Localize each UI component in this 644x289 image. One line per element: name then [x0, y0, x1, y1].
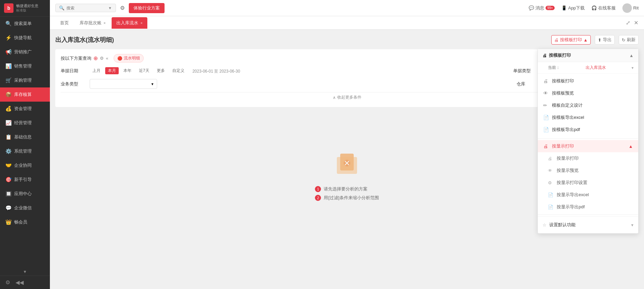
filter-add-icon[interactable]: ⊕ — [93, 55, 98, 61]
set-default-item[interactable]: ☆ 设置默认功能 ▾ — [543, 219, 634, 231]
display-pdf-item[interactable]: 📄 按显示导出pdf — [538, 201, 638, 213]
dropdown-divider-2 — [538, 214, 638, 215]
filter-tag-detail[interactable]: 🔴 流水明细 — [114, 54, 144, 62]
sidebar-item-apps[interactable]: 🔲 应用中心 — [0, 187, 50, 201]
sidebar-collapse-icon[interactable]: ◀◀ — [16, 279, 24, 286]
print-dropdown-panel: 🖨 按模板打印 ▲ 当前： 出入库流水 ▾ 🖨 按模板打印 — [537, 49, 639, 234]
sidebar-item-purchase[interactable]: 🛒 采购管理 — [0, 73, 50, 87]
date-custom[interactable]: 自定义 — [170, 67, 187, 74]
phone-icon: 📱 — [561, 5, 567, 10]
sidebar-item-sales[interactable]: 📊 销售管理 — [0, 59, 50, 73]
date-last7[interactable]: 近7天 — [136, 67, 152, 74]
warehouse-label: 仓库 — [517, 81, 533, 87]
refresh-button[interactable]: ↻ 刷新 — [619, 35, 639, 45]
display-print-settings-item[interactable]: ⚙ 按显示打印设置 — [538, 177, 638, 189]
edit-icon: ✏ — [543, 103, 549, 108]
tab-flow-close[interactable]: × — [140, 21, 142, 25]
pdf-icon: 📄 — [543, 127, 549, 132]
excel-icon: 📄 — [543, 115, 549, 120]
display-excel-item[interactable]: 📄 按显示导出excel — [538, 189, 638, 201]
display-pdf-icon: 📄 — [548, 205, 553, 210]
template-excel-item[interactable]: 📄 按模板导出excel — [538, 111, 638, 124]
window-restore-button[interactable]: ⤢ — [625, 20, 631, 26]
template-pdf-item[interactable]: 📄 按模板导出pdf — [538, 124, 638, 136]
tab-batch-close[interactable]: × — [104, 21, 106, 25]
display-excel-icon: 📄 — [548, 192, 553, 198]
sidebar-item-cooperation[interactable]: 🤝 企业协同 — [0, 158, 50, 173]
page-content: 出入库流水(流水明细) 🖨 按模板打印 ▲ ⬆ 导出 ↻ 刷新 — [50, 30, 644, 289]
print-icon: 🖨 — [554, 37, 559, 43]
empty-illustration — [330, 147, 364, 181]
cooperation-icon: 🤝 — [5, 162, 11, 168]
business-type-label: 业务类型 — [61, 81, 84, 87]
date-more[interactable]: 更多 — [154, 67, 168, 74]
search-input[interactable] — [66, 6, 107, 10]
tab-batch[interactable]: 库存批次账 × — [75, 17, 110, 29]
date-range-display: 2023-06-01 至 2023-06-30 — [193, 69, 240, 74]
display-preview-item[interactable]: 👁 按显示预览 — [538, 164, 638, 177]
tab-flow[interactable]: 出入库流水 × — [112, 17, 147, 29]
sidebar-item-marketing[interactable]: 📢 营销推广 — [0, 45, 50, 59]
window-close-button[interactable]: ✕ — [633, 20, 639, 26]
dropdown-collapse-icon[interactable]: ▲ — [629, 53, 634, 58]
filter-label: 按以下方案查询 ⊕ ⚙ « — [61, 55, 108, 61]
display-print-group[interactable]: 🖨 按显示打印 ▲ — [538, 140, 638, 152]
messages-button[interactable]: 💬 消息 99+ — [529, 5, 555, 11]
empty-step-1: 1 请先选择要分析的方案 — [315, 186, 379, 192]
purchase-icon: 🛒 — [5, 77, 11, 83]
business-type-select[interactable]: ▾ — [90, 79, 157, 89]
sidebar-scroll-down[interactable]: ▼ — [0, 268, 50, 275]
filter-tag-area: 🔴 流水明细 — [114, 54, 144, 62]
sidebar-item-guide[interactable]: 🎯 新手引导 — [0, 173, 50, 187]
search-icon: 🔍 — [5, 21, 11, 27]
display-print-item[interactable]: 🖨 按显示打印 — [538, 152, 638, 164]
tab-home[interactable]: 首页 — [55, 17, 74, 29]
tabs-bar: 首页 库存批次账 × 出入库流水 × ⤢ ✕ — [50, 16, 644, 30]
date-this-month[interactable]: 本月 — [105, 67, 119, 74]
template-print-section: 🖨 按模板打印 👁 按模板预览 ✏ 模板自定义设计 📄 按模板导出excel — [538, 74, 638, 137]
search-icon: 🔍 — [59, 5, 64, 10]
base-icon: 📋 — [5, 134, 11, 140]
sidebar-nav: 🔍 搜索菜单 ⚡ 快捷导航 📢 营销推广 📊 销售管理 🛒 采购管理 📦 — [0, 17, 50, 268]
date-filter: 上月 本月 本年 近7天 更多 自定义 — [90, 67, 187, 74]
template-custom-item[interactable]: ✏ 模板自定义设计 — [538, 99, 638, 111]
app-download-button[interactable]: 📱 App下载 — [561, 5, 585, 11]
apps-icon: 🔲 — [5, 191, 11, 197]
template-print-item[interactable]: 🖨 按模板打印 — [538, 75, 638, 87]
search-dropdown-icon[interactable]: ▾ — [109, 5, 111, 10]
dropdown-current-arrow[interactable]: ▾ — [632, 65, 634, 70]
sidebar-item-finance[interactable]: 💰 资金管理 — [0, 102, 50, 116]
marketing-icon: 📢 — [5, 49, 11, 55]
chevron-up-icon: ▲ — [583, 37, 588, 43]
page-title: 出入库流水(流水明细) — [55, 36, 114, 44]
date-this-year[interactable]: 本年 — [121, 67, 134, 74]
filter-settings-icon[interactable]: ⚙ — [100, 56, 104, 61]
sidebar-item-inventory[interactable]: 📦 库存核算 — [0, 87, 50, 102]
sidebar-item-wechat[interactable]: 💬 企业微信 — [0, 201, 50, 215]
sidebar-item-base[interactable]: 📋 基础信息 — [0, 130, 50, 144]
display-print-group-icon: 🖨 — [543, 143, 549, 149]
sidebar-item-search[interactable]: 🔍 搜索菜单 — [0, 17, 50, 31]
user-profile[interactable]: Rit — [622, 3, 639, 13]
print-template-button[interactable]: 🖨 按模板打印 ▲ — [551, 35, 591, 45]
type-label: 单据类型 — [513, 68, 533, 74]
topbar-search-box[interactable]: 🔍 ▾ — [55, 4, 116, 12]
industry-solution-button[interactable]: 体验行业方案 — [129, 3, 165, 13]
online-service-button[interactable]: 🎧 在线客服 — [591, 5, 616, 11]
date-last-month[interactable]: 上月 — [90, 67, 103, 74]
topbar: 🔍 ▾ ⚙ 体验行业方案 💬 消息 99+ 📱 App下载 🎧 在线客服 — [50, 0, 644, 16]
sidebar-bottom: ⚙ ◀◀ — [0, 275, 50, 289]
filter-collapse-icon[interactable]: « — [106, 56, 108, 61]
sidebar-item-quick-nav[interactable]: ⚡ 快捷导航 — [0, 31, 50, 45]
inventory-icon: 📦 — [5, 91, 11, 98]
sidebar-item-operations[interactable]: 📈 经营管理 — [0, 116, 50, 130]
template-preview-item[interactable]: 👁 按模板预览 — [538, 87, 638, 99]
export-button[interactable]: ⬆ 导出 — [595, 35, 615, 45]
topbar-gear-icon[interactable]: ⚙ — [120, 5, 125, 11]
dropdown-title: 🖨 按模板打印 — [543, 52, 571, 58]
logo-text: 畅捷通好生意 标准版 — [16, 3, 38, 13]
sidebar-item-system[interactable]: ⚙️ 系统管理 — [0, 144, 50, 158]
logo-icon: b — [4, 3, 13, 13]
sidebar-item-member[interactable]: 👑 畅会员 — [0, 215, 50, 229]
sidebar-settings-icon[interactable]: ⚙ — [5, 279, 10, 286]
